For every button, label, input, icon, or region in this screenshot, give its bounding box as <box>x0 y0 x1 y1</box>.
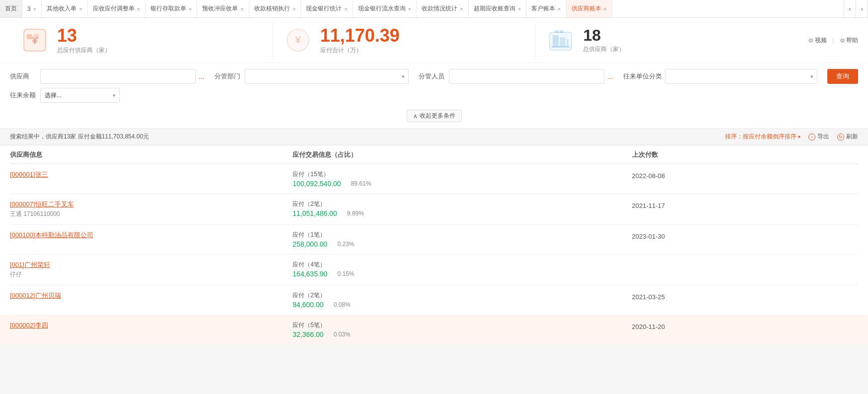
trans-percent-5: 0.03% <box>334 331 359 338</box>
supplier-col-4: [000012]广州贝瑞 <box>10 291 292 300</box>
supplier-input[interactable] <box>40 69 196 84</box>
nav-tab-close-customer-ledger[interactable]: × <box>558 6 561 12</box>
nav-tab-close-receipt-writeoff[interactable]: × <box>292 6 295 12</box>
nav-tab-customer-ledger[interactable]: 客户账本× <box>526 0 566 17</box>
trans-amount-4[interactable]: 94,600.00 <box>292 301 323 309</box>
nav-tab-label-customer-ledger: 客户账本 <box>531 4 555 13</box>
stats-bar: ¥ 13 总应付供应商（家） ¥ 11,170.39 应付合计（万） <box>0 18 868 63</box>
table-row: [000001]张三应付（15笔）100,092,540.0089.61%202… <box>10 164 858 194</box>
trans-row-4: 94,600.000.08% <box>292 301 632 309</box>
video-link[interactable]: ⊙ 视频 <box>808 36 826 45</box>
help-label: 帮助 <box>846 37 858 44</box>
trans-row-5: 32,366.000.03% <box>292 330 632 338</box>
trans-amount-5[interactable]: 32,366.00 <box>292 330 323 338</box>
table-row: [000012]广州贝瑞应付（2笔）94,600.000.08%2021-03-… <box>10 285 858 315</box>
nav-tab-ar-ap-adjust[interactable]: 应收应付调整单× <box>88 0 145 17</box>
nav-tab-close-ar-ap-adjust[interactable]: × <box>137 6 140 12</box>
trans-percent-2: 0.23% <box>337 241 362 248</box>
last-payment-col-2: 2023-01-30 <box>632 231 858 240</box>
nav-next-arrow[interactable]: › <box>856 0 868 18</box>
trans-type-0: 应付（15笔） <box>292 170 632 179</box>
result-actions: 排序：按应付余额倒序排序 ▾ ○ 导出 ↻ 刷新 <box>725 132 858 141</box>
trans-col-3: 应付（4笔）164,635.900.15% <box>292 261 632 278</box>
supplier-col-5: [000002]李四 <box>10 321 292 330</box>
trans-col-1: 应付（2笔）11,051,486.009.89% <box>292 200 632 217</box>
help-icon: ⊙ <box>840 37 845 43</box>
stat-payable-amount: ¥ 11,170.39 应付合计（万） <box>273 23 536 58</box>
supplier-link-3[interactable]: [001]广州荣轩 <box>10 261 50 268</box>
trans-type-2: 应付（1笔） <box>292 231 632 239</box>
svg-rect-9 <box>567 39 569 47</box>
nav-tab-receipt-stat[interactable]: 收款情况统计× <box>417 0 468 17</box>
header-last-payment: 上次付数 <box>632 150 858 159</box>
nav-tab-other-income[interactable]: 其他收入单× <box>42 0 87 17</box>
export-action[interactable]: ○ 导出 <box>808 132 829 141</box>
payable-amount-icon: ¥ <box>283 25 313 55</box>
nav-tab-bank-deposit[interactable]: 银行存取款单× <box>145 0 197 17</box>
supplier-link-5[interactable]: [000002]李四 <box>10 322 48 329</box>
collapse-label: 收起更多条件 <box>420 112 455 120</box>
trans-amount-2[interactable]: 258,000.00 <box>292 240 327 248</box>
person-dots-btn[interactable]: ... <box>607 72 613 80</box>
result-bar: 搜索结果中，供应商13家 应付金额111,703,854.00元 排序：按应付余… <box>0 129 868 145</box>
nav-tab-close-receipt-stat[interactable]: × <box>460 6 463 12</box>
nav-tab-label-receipt-stat: 收款情况统计 <box>422 4 457 13</box>
table-header: 供应商信息 应付交易信息（占比） 上次付数 <box>10 145 858 164</box>
person-field: 分管人员 ... <box>419 69 613 84</box>
nav-tab-overdue-ar[interactable]: 超期应收账查询× <box>469 0 526 17</box>
trans-amount-3[interactable]: 164,635.90 <box>292 270 327 278</box>
supplier-link-4[interactable]: [000012]广州贝瑞 <box>10 292 61 299</box>
nav-tab-cash-bank-query[interactable]: 现金银行流水查询× <box>353 0 417 17</box>
nav-tab-supplier-ledger[interactable]: 供应商账本× <box>567 0 612 17</box>
category-label: 往来单位分类 <box>623 72 662 81</box>
nav-tab-cash-bank-stat[interactable]: 现金银行统计× <box>301 0 353 17</box>
supplier-col-3: [001]广州荣轩仔仔 <box>10 261 292 279</box>
trans-percent-1: 9.89% <box>347 210 372 217</box>
trans-col-4: 应付（2笔）94,600.000.08% <box>292 291 632 309</box>
nav-tab-label-ar-ap-adjust: 应收应付调整单 <box>93 4 135 13</box>
dept-select-wrapper <box>245 69 409 84</box>
category-select[interactable] <box>665 69 818 84</box>
nav-scroll-arrows: ‹ › <box>844 0 868 18</box>
nav-tab-close-prepaid-ar[interactable]: × <box>240 6 243 12</box>
svg-rect-11 <box>555 30 559 33</box>
trans-col-0: 应付（15笔）100,092,540.0089.61% <box>292 170 632 188</box>
supplier-dots-btn[interactable]: ... <box>199 72 205 80</box>
nav-tab-tab3[interactable]: 3× <box>22 0 42 17</box>
nav-tab-home[interactable]: 首页 <box>0 0 22 17</box>
nav-tab-close-cash-bank-query[interactable]: × <box>408 6 411 12</box>
refresh-action[interactable]: ↻ 刷新 <box>837 132 858 141</box>
balance-select[interactable]: 选择... <box>40 88 120 103</box>
header-supplier-info: 供应商信息 <box>10 150 292 159</box>
refresh-label: 刷新 <box>846 132 858 141</box>
nav-tab-close-bank-deposit[interactable]: × <box>189 6 192 12</box>
trans-percent-0: 89.61% <box>351 180 376 187</box>
nav-prev-arrow[interactable]: ‹ <box>844 0 856 18</box>
dept-select[interactable] <box>245 69 409 84</box>
collapse-icon: ∧ <box>413 113 418 120</box>
supplier-link-1[interactable]: [000007]恒旺二手叉车 <box>10 200 74 208</box>
sort-label[interactable]: 排序：按应付余额倒序排序 ▾ <box>725 132 800 141</box>
person-input[interactable] <box>449 69 604 84</box>
nav-tab-prepaid-ar[interactable]: 预收冲应收单× <box>197 0 249 17</box>
nav-tab-close-other-income[interactable]: × <box>79 6 82 12</box>
link-divider: | <box>833 37 834 44</box>
person-label: 分管人员 <box>419 72 446 81</box>
nav-tab-receipt-writeoff[interactable]: 收款核销执行× <box>249 0 301 17</box>
trans-col-5: 应付（5笔）32,366.000.03% <box>292 321 632 338</box>
help-link[interactable]: ⊙ 帮助 <box>840 36 858 45</box>
table-row: [000002]李四应付（5笔）32,366.000.03%2020-11-20 <box>0 315 868 344</box>
trans-amount-1[interactable]: 11,051,486.00 <box>292 209 337 217</box>
nav-tab-close-tab3[interactable]: × <box>33 6 36 12</box>
collapse-bar: ∧ 收起更多条件 <box>10 107 858 124</box>
supplier-link-2[interactable]: [000100]本特勤油品有限公司 <box>10 231 93 239</box>
trans-amount-0[interactable]: 100,092,540.00 <box>292 180 341 188</box>
payable-amount-content: 11,170.39 应付合计（万） <box>320 26 400 55</box>
query-button[interactable]: 查询 <box>827 69 858 84</box>
supplier-link-0[interactable]: [000001]张三 <box>10 171 48 178</box>
nav-tab-close-supplier-ledger[interactable]: × <box>604 6 607 12</box>
collapse-button[interactable]: ∧ 收起更多条件 <box>407 110 462 122</box>
nav-tab-close-cash-bank-stat[interactable]: × <box>344 6 347 12</box>
nav-tab-close-overdue-ar[interactable]: × <box>518 6 521 12</box>
supplier-col-0: [000001]张三 <box>10 170 292 179</box>
